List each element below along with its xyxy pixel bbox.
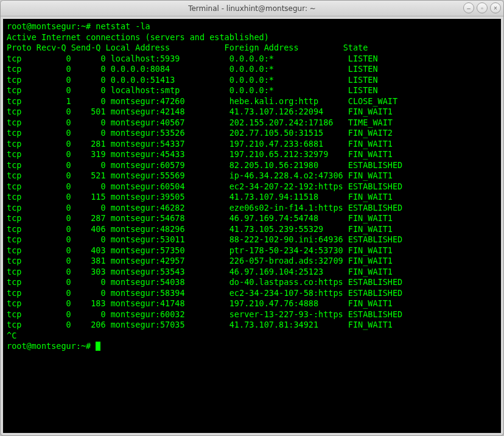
- window-controls: – ▫ ×: [463, 2, 501, 13]
- connection-row: tcp 0 287 montsegur:54678 46.97.169.74:5…: [7, 213, 393, 223]
- connection-row: tcp 0 281 montsegur:54337 197.210.47.233…: [7, 139, 393, 149]
- column-headers: Proto Recv-Q Send-Q Local Address Foreig…: [7, 43, 368, 52]
- connection-row: tcp 0 0 montsegur:40567 202.155.207.242:…: [7, 118, 393, 127]
- connection-row: tcp 0 183 montsegur:41748 197.210.47.76:…: [7, 298, 393, 308]
- maximize-button[interactable]: ▫: [477, 2, 488, 13]
- connections-header: Active Internet connections (servers and…: [7, 32, 269, 42]
- connection-row: tcp 0 0 montsegur:54038 do-40.lastpass.c…: [7, 277, 402, 287]
- window-title: Terminal - linuxhint@montsegur: ~: [188, 4, 316, 13]
- close-button[interactable]: ×: [490, 2, 501, 13]
- connection-row: tcp 0 403 montsegur:57350 ptr-178-50-234…: [7, 245, 393, 255]
- connection-row: tcp 0 406 montsegur:48296 41.73.105.239:…: [7, 224, 393, 234]
- connection-row: tcp 1 0 montsegur:47260 hebe.kali.org:ht…: [7, 96, 397, 106]
- terminal-output[interactable]: root@montsegur:~# netstat -la Active Int…: [3, 19, 501, 433]
- connection-row: tcp 0 0 localhost:smtp 0.0.0.0:* LISTEN: [7, 85, 378, 95]
- connection-row: tcp 0 115 montsegur:39505 41.73.107.94:1…: [7, 192, 393, 202]
- terminal-window: Terminal - linuxhint@montsegur: ~ – ▫ × …: [0, 0, 504, 436]
- prompt-line: root@montsegur:~#: [7, 341, 96, 351]
- minimize-button[interactable]: –: [463, 2, 474, 13]
- connection-row: tcp 0 319 montsegur:45433 197.210.65.212…: [7, 149, 393, 159]
- cursor: [96, 342, 100, 351]
- connection-row: tcp 0 0 0.0.0.0:51413 0.0.0.0:* LISTEN: [7, 75, 378, 85]
- connection-row: tcp 0 0 montsegur:60032 server-13-227-93…: [7, 309, 402, 319]
- connection-row: tcp 0 0 montsegur:46282 eze06s02-in-f14.…: [7, 203, 402, 213]
- window-titlebar[interactable]: Terminal - linuxhint@montsegur: ~ – ▫ ×: [1, 1, 503, 16]
- connection-row: tcp 0 206 montsegur:57035 41.73.107.81:3…: [7, 320, 393, 329]
- prompt-line: root@montsegur:~# netstat -la: [7, 21, 150, 31]
- connection-row: tcp 0 521 montsegur:55569 ip-46.34.228.4…: [7, 171, 393, 180]
- connection-row: tcp 0 501 montsegur:42148 41.73.107.126:…: [7, 107, 393, 116]
- connection-row: tcp 0 303 montsegur:53543 46.97.169.104:…: [7, 267, 393, 276]
- connection-row: tcp 0 0 montsegur:60504 ec2-34-207-22-19…: [7, 181, 402, 191]
- connection-row: tcp 0 381 montsegur:42957 226-057-broad.…: [7, 256, 393, 265]
- connection-row: tcp 0 0 montsegur:53526 202.77.105.50:31…: [7, 128, 393, 138]
- connection-row: tcp 0 0 localhost:5939 0.0.0.0:* LISTEN: [7, 54, 378, 63]
- connection-row: tcp 0 0 montsegur:60579 82.205.10.56:219…: [7, 160, 402, 170]
- connection-row: tcp 0 0 0.0.0.0:8084 0.0.0.0:* LISTEN: [7, 64, 378, 74]
- interrupt-signal: ^C: [7, 331, 16, 340]
- connection-row: tcp 0 0 montsegur:58394 ec2-34-234-107-5…: [7, 288, 402, 298]
- connection-row: tcp 0 0 montsegur:53011 88-222-102-90.in…: [7, 234, 402, 244]
